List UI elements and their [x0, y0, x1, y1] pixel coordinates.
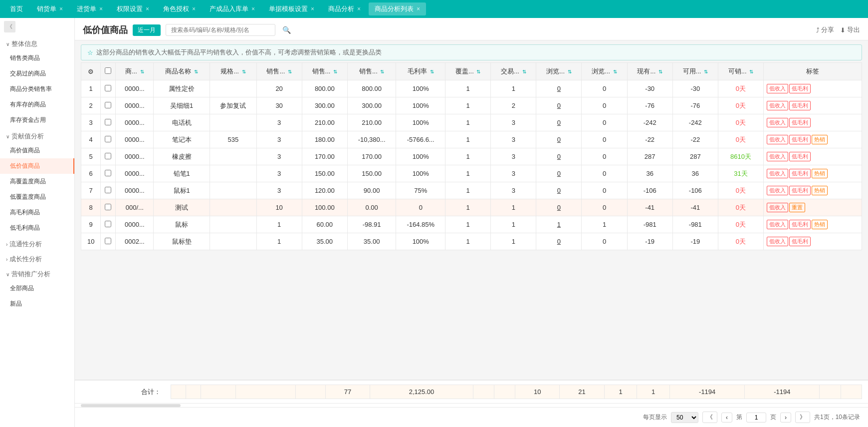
cell-sale-qty: 3 [256, 182, 302, 199]
col-sale-qty[interactable]: 销售... ⇅ [256, 63, 302, 80]
select-all-checkbox[interactable] [105, 67, 111, 74]
col-view1[interactable]: 浏览... ⇅ [536, 63, 582, 80]
cell-checkbox[interactable] [101, 182, 116, 199]
gear-icon[interactable]: ⚙ [88, 68, 94, 75]
last-page-btn[interactable]: 》 [795, 412, 810, 423]
cell-view1[interactable]: 0 [536, 182, 582, 199]
sidebar-item-low-value[interactable]: 低价值商品 [0, 158, 74, 174]
cell-code: 000/... [116, 199, 154, 216]
sidebar-item-high-margin[interactable]: 高毛利商品 [0, 205, 74, 220]
sidebar-group-contribution[interactable]: ∨ 贡献值分析 [0, 128, 74, 143]
table-row: 9 0000... 鼠标 1 60.00 -98.91 -164.85% 1 1… [81, 216, 862, 233]
cell-coverage: 1 [445, 199, 491, 216]
sidebar-group-growth[interactable]: › 成长性分析 [0, 251, 74, 266]
col-gross-rate[interactable]: 毛利率 ⇅ [396, 63, 445, 80]
cell-gross-rate: 100% [396, 148, 445, 165]
sidebar-collapse-btn[interactable]: 《 [4, 21, 15, 32]
col-view2[interactable]: 浏览... ⇅ [582, 63, 627, 80]
nav-home[interactable]: 首页 [4, 2, 29, 15]
cell-tags: 低收入低毛利 [764, 233, 862, 250]
col-gear[interactable]: ⚙ [81, 63, 101, 80]
cell-sale-qty: 30 [256, 97, 302, 114]
col-name[interactable]: 商品名称 ⇅ [154, 63, 210, 80]
next-page-btn[interactable]: › [780, 413, 791, 423]
col-coverage[interactable]: 覆盖... ⇅ [445, 63, 491, 80]
cell-coverage: 1 [445, 131, 491, 148]
search-input[interactable] [166, 24, 275, 36]
sidebar-item-all-goods[interactable]: 全部商品 [0, 281, 74, 296]
total-row: 77 2,125.00 10 21 1 1 -1194 -1194 [171, 385, 862, 399]
col-sale-cost[interactable]: 销售... ⇅ [347, 63, 396, 80]
sidebar-group-marketing[interactable]: ∨ 营销推广分析 [0, 266, 74, 281]
sidebar-item-low-margin[interactable]: 低毛利商品 [0, 220, 74, 236]
sidebar-group-overall[interactable]: ∨ 整体信息 [0, 35, 74, 50]
col-trade[interactable]: 交易... ⇅ [491, 63, 536, 80]
cell-sale-qty: 20 [256, 80, 302, 97]
nav-template[interactable]: 单据模板设置× [263, 2, 320, 15]
sidebar-group-liquidity[interactable]: › 流通性分析 [0, 236, 74, 251]
cell-sale-cost: -98.91 [347, 216, 396, 233]
table-container[interactable]: ⚙ 商... ⇅ 商品名称 ⇅ 规格... ⇅ 销售... ⇅ 销售... ⇅ … [75, 62, 868, 380]
cell-sale-amt: 60.00 [302, 216, 347, 233]
sidebar-item-high-value[interactable]: 高价值商品 [0, 143, 74, 158]
cell-checkbox[interactable] [101, 114, 116, 131]
cell-checkbox[interactable] [101, 233, 116, 250]
sidebar-item-sales-goods[interactable]: 销售类商品 [0, 50, 74, 66]
cell-sellable: 0天 [718, 80, 763, 97]
prev-page-btn[interactable]: ‹ [721, 413, 732, 423]
sidebar-item-low-coverage[interactable]: 低覆盖度商品 [0, 189, 74, 205]
total-view2: 1 [637, 385, 670, 399]
cell-checkbox[interactable] [101, 199, 116, 216]
cell-checkbox[interactable] [101, 148, 116, 165]
cell-view1[interactable]: 0 [536, 114, 582, 131]
cell-checkbox[interactable] [101, 131, 116, 148]
data-table: ⚙ 商... ⇅ 商品名称 ⇅ 规格... ⇅ 销售... ⇅ 销售... ⇅ … [81, 62, 862, 250]
cell-view1[interactable]: 0 [536, 165, 582, 182]
cell-view1[interactable]: 0 [536, 80, 582, 97]
cell-checkbox[interactable] [101, 80, 116, 97]
sidebar-item-category-rate[interactable]: 商品分类销售率 [0, 81, 74, 97]
nav-permission[interactable]: 权限设置× [111, 2, 155, 15]
col-checkbox[interactable] [101, 63, 116, 80]
date-filter-btn[interactable]: 近一月 [133, 24, 161, 36]
nav-product-stock[interactable]: 产成品入库单× [204, 2, 261, 15]
sidebar-item-new-goods[interactable]: 新品 [0, 296, 74, 312]
cell-view1[interactable]: 0 [536, 97, 582, 114]
cell-checkbox[interactable] [101, 97, 116, 114]
cell-view2: 0 [582, 97, 627, 114]
cell-view1[interactable]: 0 [536, 199, 582, 216]
cell-trade: 3 [491, 114, 536, 131]
cell-gross-rate: -5766.6... [396, 131, 445, 148]
col-available[interactable]: 可用... ⇅ [672, 63, 718, 80]
cell-checkbox[interactable] [101, 216, 116, 233]
cell-view1[interactable]: 1 [536, 216, 582, 233]
cell-checkbox[interactable] [101, 165, 116, 182]
nav-role[interactable]: 角色授权× [157, 2, 202, 15]
cell-view1[interactable]: 0 [536, 148, 582, 165]
nav-purchase[interactable]: 进货单× [71, 2, 109, 15]
cell-view1[interactable]: 0 [536, 233, 582, 250]
search-icon[interactable]: 🔍 [282, 26, 291, 34]
page-number-input[interactable] [746, 413, 766, 423]
col-sale-amt[interactable]: 销售... ⇅ [302, 63, 347, 80]
sidebar-item-high-coverage[interactable]: 高覆盖度商品 [0, 174, 74, 189]
col-code[interactable]: 商... ⇅ [116, 63, 154, 80]
cell-trade: 3 [491, 182, 536, 199]
first-page-btn[interactable]: 《 [702, 412, 717, 423]
col-current-stock[interactable]: 现有... ⇅ [627, 63, 672, 80]
cell-name: 测试 [154, 199, 210, 216]
cell-view2: 0 [582, 131, 627, 148]
cell-view1[interactable]: 0 [536, 131, 582, 148]
nav-goods-analysis-list[interactable]: 商品分析列表× [369, 2, 426, 15]
cell-num: 7 [81, 182, 101, 199]
col-sellable[interactable]: 可销... ⇅ [718, 63, 763, 80]
sidebar-item-stock-goods[interactable]: 有库存的商品 [0, 97, 74, 112]
col-spec[interactable]: 规格... ⇅ [210, 63, 256, 80]
sidebar-item-stock-capital[interactable]: 库存资金占用 [0, 112, 74, 128]
per-page-select[interactable]: 50 100 200 [671, 412, 698, 423]
share-btn[interactable]: ⤴ 分享 [816, 25, 834, 34]
nav-sales[interactable]: 销货单× [31, 2, 69, 15]
nav-goods-analysis[interactable]: 商品分析× [322, 2, 367, 15]
sidebar-item-traded-goods[interactable]: 交易过的商品 [0, 66, 74, 81]
export-btn[interactable]: ⬇ 导出 [840, 25, 860, 34]
